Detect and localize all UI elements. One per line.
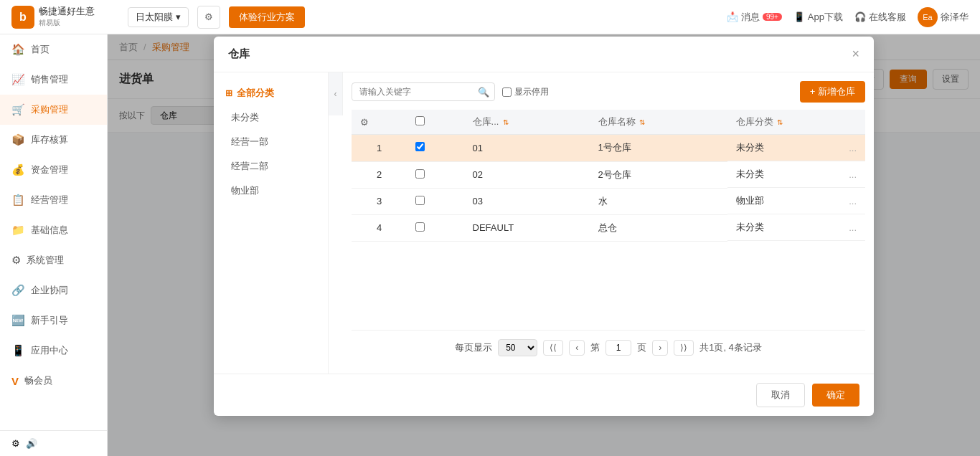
modal-body: ⊞ 全部分类 未分类 经营一部 经营二部 物业部 ‹ — [214, 72, 874, 374]
notification-item[interactable]: 📩 消息 99+ — [727, 11, 782, 24]
app-icon: 📱 — [11, 344, 25, 357]
row-num: 4 — [352, 214, 407, 241]
modal-footer: 取消 确定 — [214, 374, 874, 416]
notification-label: 消息 — [741, 11, 760, 24]
main-layout: 🏠 首页 📈 销售管理 🛒 采购管理 📦 库存核算 💰 资金管理 📋 经营管理 … — [0, 34, 980, 456]
row-code: DEFAULT — [464, 214, 590, 241]
search-input[interactable] — [352, 82, 495, 101]
sidebar-item-member[interactable]: V 畅会员 — [0, 366, 107, 396]
row-checkbox — [407, 214, 463, 241]
col-gear: ⚙ — [352, 110, 407, 135]
sidebar-item-guide[interactable]: 🆕 新手引导 — [0, 305, 107, 336]
row-select-checkbox[interactable] — [415, 142, 425, 151]
row-num: 3 — [352, 188, 407, 214]
sidebar-item-enterprise[interactable]: 🔗 企业协同 — [0, 275, 107, 305]
avatar: Ea — [918, 7, 938, 27]
table-toolbar: 🔍 显示停用 + 新增仓库 — [352, 81, 865, 103]
collapse-sidebar-button[interactable]: ‹ — [329, 72, 343, 115]
select-all-checkbox[interactable] — [415, 116, 425, 125]
sidebar-item-system[interactable]: ⚙ 系统管理 — [0, 245, 107, 275]
page-unit: 页 — [637, 341, 646, 354]
chevron-left-icon: ‹ — [334, 89, 337, 99]
row-name: 1号仓库 — [590, 135, 727, 162]
search-icon[interactable]: 🔍 — [478, 87, 489, 98]
row-action-dots[interactable]: ... — [849, 143, 857, 153]
sidebar-label-inventory: 库存核算 — [31, 133, 68, 146]
category-item-1[interactable]: 经营一部 — [214, 130, 328, 154]
category-item-3[interactable]: 物业部 — [214, 179, 328, 203]
show-disabled-checkbox[interactable] — [502, 87, 512, 97]
online-service-item[interactable]: 🎧 在线客服 — [854, 11, 906, 24]
cancel-button[interactable]: 取消 — [756, 383, 805, 407]
table-row[interactable]: 1 01 1号仓库 未分类... — [352, 135, 865, 162]
page-label: 第 — [590, 341, 600, 354]
row-name: 2号仓库 — [590, 161, 727, 188]
store-selector[interactable]: 日太阳膜 ▾ — [128, 7, 189, 27]
show-disabled-toggle[interactable]: 显示停用 — [502, 86, 549, 98]
category-all[interactable]: ⊞ 全部分类 — [214, 81, 328, 105]
sales-icon: 📈 — [11, 73, 25, 86]
sidebar-bottom[interactable]: ⚙ 🔊 — [0, 430, 107, 456]
phone-icon: 📱 — [793, 11, 805, 22]
sidebar-label-basic-info: 基础信息 — [31, 224, 68, 237]
user-item[interactable]: Ea 徐泽华 — [918, 7, 969, 27]
sidebar-item-home[interactable]: 🏠 首页 — [0, 34, 107, 65]
pagination: 每页显示 50 100 200 ⟨⟨ ‹ 第 页 › ⟩⟩ 共1页, — [352, 330, 865, 365]
sidebar-label-guide: 新手引导 — [31, 314, 68, 327]
prev-page-button[interactable]: ‹ — [569, 340, 585, 356]
sidebar-item-sales[interactable]: 📈 销售管理 — [0, 65, 107, 95]
row-select-checkbox[interactable] — [415, 169, 425, 179]
row-action-dots[interactable]: ... — [849, 222, 857, 233]
row-code: 02 — [464, 161, 590, 188]
sidebar-label-purchase: 采购管理 — [31, 103, 68, 116]
guide-icon: 🆕 — [11, 314, 25, 327]
sidebar-item-purchase[interactable]: 🛒 采购管理 — [0, 95, 107, 125]
notification-badge: 99+ — [763, 13, 782, 21]
gear-col-icon[interactable]: ⚙ — [360, 117, 369, 128]
row-code: 03 — [464, 188, 590, 214]
sidebar-item-operations[interactable]: 📋 经营管理 — [0, 185, 107, 215]
last-page-button[interactable]: ⟩⟩ — [674, 340, 694, 356]
category-item-2[interactable]: 经营二部 — [214, 154, 328, 179]
sort-icon-name: ⇅ — [639, 118, 645, 126]
per-page-select[interactable]: 50 100 200 — [498, 339, 537, 356]
modal-header: 仓库 × — [214, 37, 874, 72]
row-action-dots[interactable]: ... — [849, 196, 857, 206]
per-page-label: 每页显示 — [455, 341, 492, 354]
table-row[interactable]: 3 03 水 物业部... — [352, 188, 865, 214]
sidebar-item-inventory[interactable]: 📦 库存核算 — [0, 125, 107, 155]
app-download-item[interactable]: 📱 App下载 — [793, 11, 843, 24]
sort-icon-category: ⇅ — [777, 118, 783, 126]
settings-icon[interactable]: ⚙ — [197, 6, 220, 29]
modal-close-button[interactable]: × — [852, 47, 859, 62]
logo-text: 畅捷通好生意 — [39, 6, 95, 18]
row-select-checkbox[interactable] — [415, 222, 425, 232]
app-download-label: App下载 — [808, 11, 843, 24]
table-body: 1 01 1号仓库 未分类... 2 02 2号仓库 未分类... 3 03 水… — [352, 135, 865, 242]
row-action-dots[interactable]: ... — [849, 169, 857, 180]
page-input[interactable] — [606, 340, 631, 356]
sidebar-item-app[interactable]: 📱 应用中心 — [0, 336, 107, 366]
table-row[interactable]: 2 02 2号仓库 未分类... — [352, 161, 865, 188]
sidebar-item-basic-info[interactable]: 📁 基础信息 — [0, 215, 107, 245]
next-page-button[interactable]: › — [652, 340, 668, 356]
row-select-checkbox[interactable] — [415, 196, 425, 205]
logo-sub: 精易版 — [39, 18, 95, 28]
settings-bottom-icon: ⚙ — [11, 438, 20, 449]
modal-title: 仓库 — [228, 47, 250, 61]
row-category: 未分类... — [727, 161, 865, 188]
col-checkbox — [407, 110, 463, 135]
add-warehouse-button[interactable]: + 新增仓库 — [800, 81, 865, 103]
row-name: 水 — [590, 188, 727, 214]
sidebar-item-finance[interactable]: 💰 资金管理 — [0, 155, 107, 185]
try-industry-button[interactable]: 体验行业方案 — [229, 6, 305, 28]
table-row[interactable]: 4 DEFAULT 总仓 未分类... — [352, 214, 865, 241]
first-page-button[interactable]: ⟨⟨ — [543, 340, 563, 356]
confirm-button[interactable]: 确定 — [812, 384, 859, 407]
col-category: 仓库分类 ⇅ — [727, 110, 865, 135]
sidebar-label-system: 系统管理 — [27, 254, 64, 267]
sort-icon-code: ⇅ — [503, 118, 509, 126]
row-name: 总仓 — [590, 214, 727, 241]
category-item-0[interactable]: 未分类 — [214, 105, 328, 130]
store-name: 日太阳膜 — [136, 11, 173, 24]
